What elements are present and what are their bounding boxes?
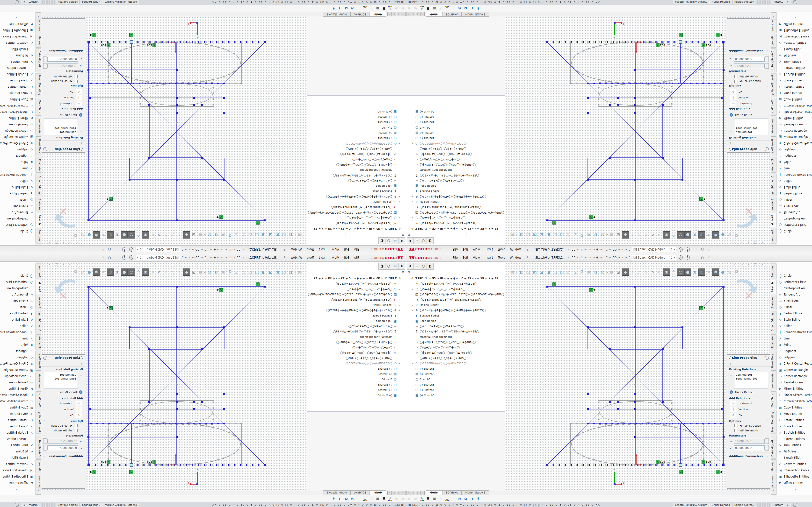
- expand-arrow-icon[interactable]: ▸: [411, 362, 415, 364]
- heads-up-icon[interactable]: ▣: [220, 269, 226, 276]
- heads-up-icon[interactable]: ⌄: [294, 269, 296, 276]
- palette-tool[interactable]: ◇ Polygon: [0, 354, 35, 360]
- minimize-button[interactable]: –: [113, 248, 119, 251]
- heads-up-icon[interactable]: ◉: [663, 231, 670, 238]
- heads-up-icon[interactable]: ⊾: [149, 269, 156, 276]
- tree-item[interactable]: ▢ (-) Sketch5: [307, 382, 406, 387]
- menu-item[interactable]: Edit: [342, 247, 352, 252]
- pager-button[interactable]: ▸: [416, 491, 420, 495]
- menu-item[interactable]: Window: [288, 247, 305, 252]
- palette-tool[interactable]: ↻ Rotate Entities: [0, 84, 35, 90]
- option-row[interactable]: For construction: [41, 79, 85, 84]
- command-tab[interactable]: Weldments: [36, 117, 41, 135]
- tree-filter[interactable]: ∇: [407, 270, 466, 275]
- add-relation-button[interactable]: — Horizontal: [41, 400, 85, 406]
- panel-help-icon[interactable]: ?: [43, 147, 47, 151]
- minimize-button[interactable]: –: [113, 256, 119, 259]
- bottom-tool-icon[interactable]: ✎: [418, 497, 425, 501]
- search-dropdown-icon[interactable]: ▾: [137, 257, 138, 259]
- heads-up-icon[interactable]: ◳: [240, 269, 247, 276]
- tree-item[interactable]: ▢ (-) Sketch1: [307, 136, 406, 141]
- view-tab[interactable]: Motion Study 1: [323, 12, 350, 17]
- menu-item[interactable]: View: [470, 247, 482, 252]
- heads-up-icon[interactable]: ◱: [247, 231, 253, 238]
- view-tab[interactable]: 3D Views: [442, 490, 462, 495]
- bottom-tool-icon[interactable]: ✎: [438, 7, 444, 11]
- child-window-controls[interactable]: ▫ ▫ – ▢ ✕: [734, 263, 766, 266]
- user-account-icon[interactable]: [678, 256, 683, 260]
- heads-up-icon[interactable]: ▦: [197, 231, 203, 238]
- palette-tool[interactable]: ✕ Trim Entities: [777, 442, 812, 448]
- palette-tool[interactable]: ⁘ Circular Sketch Pattern: [0, 103, 35, 109]
- heads-up-icon[interactable]: ◪: [539, 269, 545, 276]
- panel-tab[interactable]: ❖: [407, 237, 414, 244]
- heads-up-icon[interactable]: ◘: [72, 231, 79, 238]
- heads-up-icon[interactable]: ●: [720, 269, 726, 276]
- restore-button[interactable]: ▢: [699, 256, 706, 259]
- heads-up-icon[interactable]: ⊞: [698, 269, 705, 276]
- section-additional-parameters[interactable]: Additional Parameters: [729, 49, 767, 52]
- palette-tool[interactable]: ⌐ Tangent Arc: [777, 209, 812, 216]
- relation-badge[interactable]: ∠: [255, 282, 260, 286]
- palette-tool[interactable]: ƒ Equation Driven Curve: [777, 172, 812, 178]
- command-tab[interactable]: Sheet Metal: [36, 351, 41, 371]
- tree-item[interactable]: ▸ A ◯25ИN◎∘╋A╋◎ИNA◯∘◯AИN◎╋A╋∘◎NИ25◯: [406, 194, 505, 200]
- command-tab[interactable]: Mold Tools: [36, 391, 41, 409]
- expand-arrow-icon[interactable]: ▸: [411, 309, 415, 312]
- palette-tool[interactable]: ▭ Corner Rectangle: [0, 373, 35, 379]
- heads-up-icon[interactable]: ╱: [636, 269, 642, 276]
- heads-up-icon[interactable]: ⌄: [516, 231, 518, 238]
- add-relation-button[interactable]: │ Vertical: [41, 406, 85, 412]
- heads-up-icon[interactable]: ◨: [260, 231, 267, 238]
- dimension-tag[interactable]: ≡109: [101, 44, 110, 47]
- bottom-tool-icon[interactable]: ◔: [456, 497, 463, 501]
- tree-item[interactable]: ▱ ◯╋Ƨǝƍ∘♟◯*⊙I◯∘◯I⊙*◯♟∘ƍǝƧ╋◯: [307, 350, 406, 355]
- heads-up-icon[interactable]: ◨: [260, 269, 267, 276]
- section-add-relations[interactable]: Add Relations: [729, 107, 767, 110]
- heads-up-icon[interactable]: ⊥: [176, 231, 183, 238]
- heads-up-icon[interactable]: ▦: [609, 269, 615, 276]
- palette-tool[interactable]: ▭ Corner Rectangle: [0, 128, 35, 134]
- relation-badge[interactable]: ╱3: [716, 470, 722, 474]
- section-additional-parameters[interactable]: Additional Parameters: [729, 455, 767, 458]
- heads-up-icon[interactable]: ⊾: [656, 231, 663, 238]
- tree-item[interactable]: ▢ (-) Sketch4: [406, 387, 505, 393]
- palette-tool[interactable]: ⁘ Circular Sketch Pattern: [777, 103, 812, 109]
- menu-item[interactable]: Tools: [305, 247, 317, 252]
- heads-up-icon[interactable]: ∿: [156, 231, 162, 238]
- palette-tool[interactable]: ⌓ 3 Point Arc: [0, 298, 35, 304]
- tree-item[interactable]: ▦ (-) Sketch2: [406, 371, 505, 377]
- cancel-sketch-icon[interactable]: ✕: [744, 205, 753, 217]
- heads-up-icon[interactable]: ◱: [247, 269, 253, 276]
- relation-badge[interactable]: ╱3: [90, 470, 96, 474]
- heads-up-icon[interactable]: ❀: [100, 231, 106, 238]
- heads-up-icon[interactable]: ⊾: [149, 231, 156, 238]
- tree-item[interactable]: ▢ (-) Sketch5: [406, 120, 505, 125]
- bottom-tool-icon[interactable]: ┊: [356, 7, 362, 11]
- confirmation-corner[interactable]: ✕: [46, 202, 83, 231]
- tree-item[interactable]: ▢ (-) Sketch1: [406, 366, 505, 371]
- palette-tool[interactable]: ∿ Fit Spline: [777, 448, 812, 455]
- palette-tool[interactable]: ⊞ Copy Entities: [0, 96, 35, 103]
- collapse-icon[interactable]: ⌃: [767, 369, 769, 371]
- add-relation-button[interactable]: ⚓ Fix: [41, 412, 85, 418]
- palette-tool[interactable]: ⋈ Intersection Curve: [0, 34, 35, 40]
- palette-tool[interactable]: ∿ Spline: [0, 178, 35, 184]
- section-additional-parameters[interactable]: Additional Parameters: [45, 49, 83, 52]
- heads-up-icon[interactable]: ↧: [227, 269, 233, 276]
- tree-item[interactable]: ★ ◯253Ɛ╋∘♟◎ΛAΦ◯∘◯ΦAΛ◎♟∘╋Ɛ325◯: [307, 281, 406, 286]
- heads-up-icon[interactable]: ⊥: [629, 269, 636, 276]
- heads-up-icon[interactable]: Ɛ: [670, 269, 677, 276]
- heads-up-icon[interactable]: ◲: [572, 231, 578, 238]
- pager-button[interactable]: ⇤: [401, 12, 406, 16]
- heads-up-icon[interactable]: ◘: [72, 269, 79, 276]
- bottom-tool-icon[interactable]: ✎: [387, 497, 394, 501]
- command-tab[interactable]: Markup: [36, 34, 41, 48]
- heads-up-icon[interactable]: ◆: [622, 269, 629, 276]
- collapse-icon[interactable]: ⌃: [767, 85, 769, 87]
- command-tab[interactable]: Direct Editing: [771, 311, 776, 333]
- tree-item[interactable]: ∞ ◯25·∩*♟AM◯∘◯MA♟*∩·25◯: [406, 324, 505, 329]
- search-dropdown-icon[interactable]: ▾: [137, 248, 138, 250]
- tree-item[interactable]: ▢ (-) Sketch5: [406, 382, 505, 387]
- checkbox[interactable]: [734, 80, 738, 83]
